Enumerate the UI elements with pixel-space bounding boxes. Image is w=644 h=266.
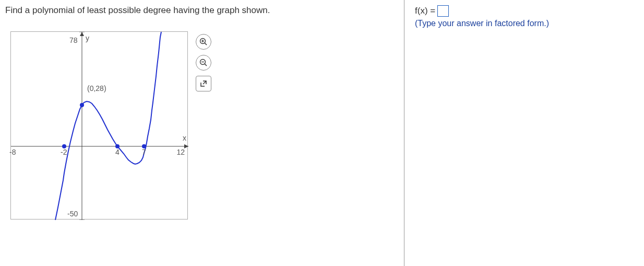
svg-marker-3 xyxy=(80,32,84,36)
y-intercept-label: (0,28) xyxy=(87,84,106,92)
x-axis-label: x xyxy=(183,134,186,142)
x-max-label: 12 xyxy=(176,148,185,156)
zoom-in-icon xyxy=(199,38,208,46)
x-tick-7: 7 xyxy=(142,148,146,156)
svg-line-15 xyxy=(205,64,207,66)
answer-hint: (Type your answer in factored form.) xyxy=(415,19,644,28)
svg-marker-1 xyxy=(184,144,188,148)
zoom-in-button[interactable] xyxy=(196,34,211,50)
x-min-label: -8 xyxy=(9,148,16,156)
zoom-out-icon xyxy=(199,59,208,67)
y-min-label: -50 xyxy=(67,210,78,218)
graph-area: y 78 -50 (0,28) -8 12 x -2 4 7 xyxy=(5,26,193,225)
popout-icon xyxy=(200,80,207,87)
answer-input[interactable] xyxy=(437,5,449,17)
popout-button[interactable] xyxy=(196,76,211,91)
zoom-out-button[interactable] xyxy=(196,55,211,71)
svg-line-11 xyxy=(205,43,207,45)
x-tick--2: -2 xyxy=(61,148,67,156)
y-axis-label: y xyxy=(86,34,89,42)
x-tick-4: 4 xyxy=(115,148,120,156)
answer-prefix: f(x) = xyxy=(415,6,435,16)
svg-line-17 xyxy=(203,81,206,84)
svg-point-9 xyxy=(80,103,84,107)
question-text: Find a polynomial of least possible degr… xyxy=(5,5,404,16)
y-max-label: 78 xyxy=(69,36,78,44)
graph-box: y 78 -50 (0,28) -8 12 x -2 4 7 xyxy=(10,31,188,219)
answer-line: f(x) = xyxy=(415,5,644,17)
graph-svg xyxy=(11,32,188,220)
